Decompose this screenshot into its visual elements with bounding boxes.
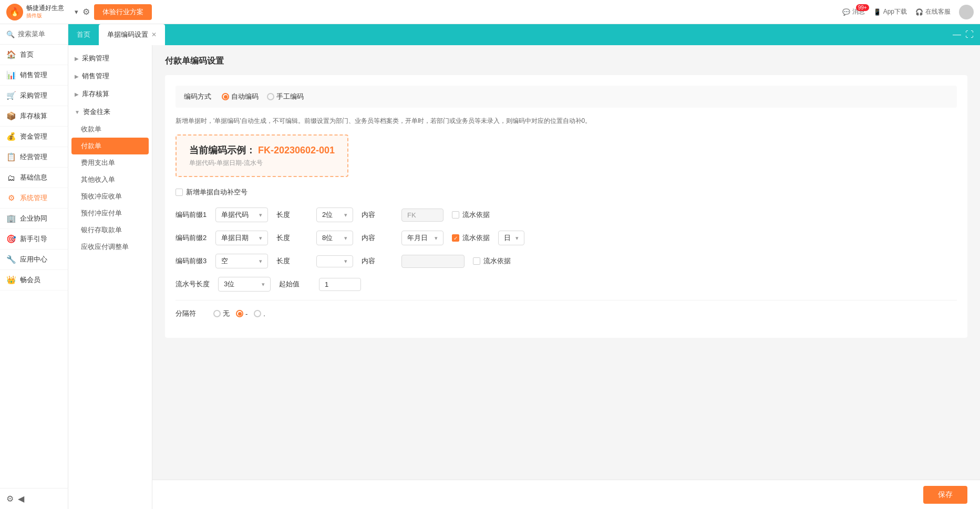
tab-close-icon[interactable]: ✕ [151,31,157,38]
collapse-arrow-icon: ▶ [75,91,79,97]
headset-icon: 🎧 [915,8,923,16]
serial-length-label: 流水号长度 [176,279,210,289]
sidebar-item-enterprise[interactable]: 🏢 企业协同 [0,209,68,229]
sidebar-item-label: 应用中心 [20,255,47,264]
auto-encode-radio[interactable]: 自动编码 [222,92,259,101]
sep-dot-radio[interactable]: . [254,310,265,318]
page-title: 付款单编码设置 [165,56,967,67]
sep-dot-radio-circle [254,310,261,317]
serial1-checkbox[interactable] [452,211,459,219]
tab-home[interactable]: 首页 [68,24,99,45]
sep-none-radio[interactable]: 无 [213,309,230,318]
sub-menu-pre-payable[interactable]: 预付冲应付单 [68,205,152,222]
topbar-dropdown[interactable]: ▾ [75,8,78,16]
prefix2-select[interactable]: 单据日期 ▾ [215,231,268,245]
serial2-label: 流水依据 [462,233,490,243]
topbar: 🔥 畅捷通好生意 插件版 ▾ ⚙ 体验行业方案 💬 消息 99+ 📱 App下载… [0,0,980,24]
layout: 🔍 搜索菜单 🏠 首页 📊 销售管理 🛒 采购管理 📦 库存核算 💰 资金管理 … [0,24,980,509]
sidebar-item-member[interactable]: 👑 畅会员 [0,270,68,290]
settings-icon[interactable]: ⚙ [82,7,90,17]
serial3-checkbox[interactable] [473,257,480,265]
content3-input[interactable] [401,255,465,268]
topbar-search-area: ▾ ⚙ 体验行业方案 [75,4,837,20]
sidebar: 🔍 搜索菜单 🏠 首页 📊 销售管理 🛒 采购管理 📦 库存核算 💰 资金管理 … [0,24,68,509]
sub-menu-receipt[interactable]: 收款单 [68,121,152,138]
online-service-button[interactable]: 🎧 在线客服 [915,7,951,16]
trial-button[interactable]: 体验行业方案 [94,4,152,20]
content1-input[interactable] [401,209,443,222]
sidebar-item-purchase[interactable]: 🛒 采购管理 [0,86,68,106]
length3-select[interactable]: ▾ [316,255,353,267]
sub-menu-bank-deposit[interactable]: 银行存取款单 [68,222,152,238]
tab-maximize-icon[interactable]: ⛶ [965,30,974,39]
serial2-checkbox[interactable]: ✓ [452,234,459,242]
basic-icon: 🗂 [6,173,16,182]
chevron-down-icon: ▾ [259,258,262,265]
sub-sidebar: ▶ 采购管理 ▶ 销售管理 ▶ 库存核算 [68,45,152,509]
serial2-checkbox-row: ✓ 流水依据 [452,233,490,243]
length2-select[interactable]: 8位 ▾ [316,231,353,245]
sub-menu-other-income[interactable]: 其他收入单 [68,171,152,188]
chevron-down-icon: ▾ [262,281,265,288]
serial2-period-select[interactable]: 日 ▾ [498,231,524,245]
sub-group-finance-header[interactable]: ▼ 资金往来 [68,103,152,121]
manual-encode-radio[interactable]: 手工编码 [267,92,304,101]
serial-length-select[interactable]: 3位 ▾ [218,277,271,292]
home-icon: 🏠 [6,50,16,59]
sub-group-label: 销售管理 [82,71,109,81]
sidebar-item-operations[interactable]: 📋 经营管理 [0,147,68,168]
start-value-input[interactable] [319,278,361,291]
sub-group-label: 库存核算 [82,89,109,99]
sidebar-item-home[interactable]: 🏠 首页 [0,45,68,65]
content-area: 付款单编码设置 编码方式 自动编码 [152,45,980,480]
avatar[interactable] [959,5,974,19]
phone-icon: 📱 [873,8,881,16]
separator-row: 分隔符 无 - [176,309,957,318]
sidebar-item-basic[interactable]: 🗂 基础信息 [0,168,68,188]
collapse-icon[interactable]: ◀ [18,494,24,504]
sub-menu-expense[interactable]: 费用支出单 [68,154,152,171]
auto-fill-row: 新增单据自动补空号 [176,188,957,197]
preview-label: 当前编码示例： [189,145,255,155]
sidebar-item-appcenter[interactable]: 🔧 应用中心 [0,250,68,270]
sep-dash-radio[interactable]: - [236,310,247,318]
sub-menu-payment[interactable]: 付款单 [71,138,149,154]
sidebar-item-sales[interactable]: 📊 销售管理 [0,65,68,86]
sidebar-bottom: ⚙ ◀ [0,488,68,509]
serial3-checkbox-row: 流水依据 [473,256,511,266]
logo-sub: 插件版 [26,12,64,19]
inventory-icon: 📦 [6,111,16,121]
tab-minimize-icon[interactable]: — [953,30,961,39]
tab-encode-setting[interactable]: 单据编码设置 ✕ [99,24,165,45]
sub-menu-adjust[interactable]: 应收应付调整单 [68,238,152,255]
tab-bar-right: — ⛶ [946,30,980,39]
prefix1-label: 编码前缀1 [176,210,207,220]
settings-bottom-icon[interactable]: ⚙ [6,494,14,504]
serial1-checkbox-row: 流水依据 [452,210,490,220]
prefix1-select[interactable]: 单据代码 ▾ [215,207,268,222]
sep-dash-label: - [245,310,247,318]
sub-menu-pre-receivable[interactable]: 预收冲应收单 [68,188,152,205]
prefix2-label: 编码前缀2 [176,233,207,243]
length3-label: 长度 [276,256,308,266]
auto-fill-checkbox[interactable] [176,189,183,196]
sub-group-purchase-header[interactable]: ▶ 采购管理 [68,49,152,67]
dropdown-label: ▾ [75,8,78,16]
content2-select[interactable]: 年月日 ▾ [401,231,443,245]
auto-fill-label: 新增单据自动补空号 [186,188,247,197]
chevron-down-icon: ▾ [259,212,262,219]
prefix3-select[interactable]: 空 ▾ [215,254,268,268]
app-download-button[interactable]: 📱 App下载 [873,7,907,16]
sidebar-item-inventory[interactable]: 📦 库存核算 [0,106,68,127]
sidebar-item-system[interactable]: ⚙ 系统管理 [0,188,68,209]
message-button[interactable]: 💬 消息 99+ [842,7,865,16]
sub-group-sales-header[interactable]: ▶ 销售管理 [68,67,152,85]
sidebar-item-finance[interactable]: 💰 资金管理 [0,127,68,147]
save-button[interactable]: 保存 [923,486,967,504]
sub-group-inventory-header[interactable]: ▶ 库存核算 [68,85,152,103]
length1-select[interactable]: 2位 ▾ [316,207,353,222]
sidebar-item-newguide[interactable]: 🎯 新手引导 [0,229,68,250]
message-icon: 💬 [842,8,850,16]
sidebar-search[interactable]: 🔍 搜索菜单 [0,24,68,45]
collapse-arrow-icon: ▶ [75,74,79,79]
